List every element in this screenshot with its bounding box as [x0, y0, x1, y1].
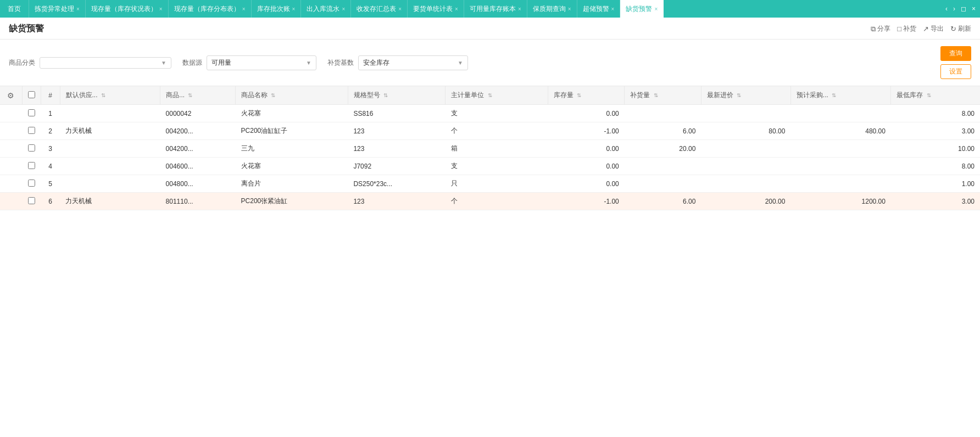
- cell-min-stock-2: 10.00: [891, 140, 980, 158]
- tab-11-close[interactable]: ×: [654, 6, 658, 12]
- cell-settings-5: [0, 193, 22, 210]
- col-latest-price-label: 最新进价: [707, 91, 733, 99]
- cell-checkbox-2[interactable]: [22, 140, 41, 158]
- col-replenish-qty-header[interactable]: 补货量 ⇅: [625, 86, 701, 105]
- cell-supplier-1: 力天机械: [60, 122, 160, 140]
- tab-10[interactable]: 超储预警 ×: [577, 0, 621, 18]
- tab-2[interactable]: 现存量（库存状况表） ×: [86, 0, 169, 18]
- export-icon: ↗: [923, 25, 929, 33]
- row-checkbox-3[interactable]: [28, 162, 35, 169]
- cell-num-4: 5: [41, 175, 60, 193]
- cell-checkbox-3[interactable]: [22, 158, 41, 175]
- col-estimated-purchase-header[interactable]: 预计采购... ⇅: [790, 86, 891, 105]
- tab-restore-button[interactable]: ◻: [959, 4, 968, 14]
- cell-latest-price-0: [701, 105, 790, 122]
- cell-spec-3: J7092: [348, 158, 445, 175]
- gear-icon[interactable]: ⚙: [7, 91, 14, 100]
- cell-checkbox-0[interactable]: [22, 105, 41, 122]
- replenish-button[interactable]: □ 补货: [897, 24, 916, 33]
- tab-9-close[interactable]: ×: [568, 6, 571, 12]
- tab-5-close[interactable]: ×: [342, 6, 345, 12]
- cell-num-0: 1: [41, 105, 60, 122]
- filter-area: 商品分类 ▼ 数据源 可用量 ▼ 补货基数 安全库存 ▼ 查询 设置: [0, 40, 980, 86]
- cell-checkbox-1[interactable]: [22, 122, 41, 140]
- select-all-checkbox[interactable]: [28, 91, 35, 98]
- col-stock-header[interactable]: 库存量 ⇅: [548, 86, 625, 105]
- export-button[interactable]: ↗ 导出: [923, 24, 944, 33]
- data-source-label: 数据源: [182, 58, 202, 68]
- query-button[interactable]: 查询: [940, 46, 971, 61]
- row-checkbox-5[interactable]: [28, 197, 35, 204]
- col-spec-header[interactable]: 规格型号 ⇅: [348, 86, 445, 105]
- cell-stock-0: 0.00: [548, 105, 625, 122]
- tab-10-label: 超储预警: [583, 4, 609, 14]
- tab-1-close[interactable]: ×: [76, 6, 80, 12]
- col-min-stock-header[interactable]: 最低库存 ⇅: [891, 86, 980, 105]
- tab-home[interactable]: 首页: [0, 0, 29, 18]
- cell-stock-1: -1.00: [548, 122, 625, 140]
- col-goods-code-header[interactable]: 商品... ⇅: [160, 86, 236, 105]
- cell-unit-2: 箱: [446, 140, 548, 158]
- goods-class-arrow-icon: ▼: [161, 60, 166, 66]
- cell-goods-code-4: 004800...: [160, 175, 236, 193]
- tab-7[interactable]: 要货单统计表 ×: [408, 0, 464, 18]
- tab-prev-button[interactable]: ‹: [943, 4, 950, 14]
- col-min-stock-sort-icon: ⇅: [927, 92, 931, 98]
- row-checkbox-1[interactable]: [28, 127, 35, 134]
- cell-estimated-purchase-1: 480.00: [790, 122, 891, 140]
- tab-1[interactable]: 拣货异常处理 ×: [29, 0, 86, 18]
- row-checkbox-2[interactable]: [28, 144, 35, 152]
- col-latest-price-header[interactable]: 最新进价 ⇅: [701, 86, 790, 105]
- col-settings[interactable]: ⚙: [0, 86, 22, 105]
- cell-supplier-5: 力天机械: [60, 193, 160, 210]
- col-goods-name-header[interactable]: 商品名称 ⇅: [236, 86, 348, 105]
- tab-4[interactable]: 库存批次账 ×: [252, 0, 302, 18]
- tab-2-close[interactable]: ×: [159, 6, 163, 12]
- tab-11[interactable]: 缺货预警 ×: [620, 0, 664, 18]
- col-supplier-header[interactable]: 默认供应... ⇅: [60, 86, 160, 105]
- settings-button[interactable]: 设置: [940, 64, 971, 79]
- tab-6-label: 收发存汇总表: [357, 4, 396, 14]
- cell-goods-name-2: 三九: [236, 140, 348, 158]
- share-button[interactable]: ⧉ 分享: [871, 24, 890, 33]
- tab-7-close[interactable]: ×: [455, 6, 458, 12]
- row-checkbox-4[interactable]: [28, 180, 35, 187]
- tab-9[interactable]: 保质期查询 ×: [527, 0, 577, 18]
- cell-supplier-4: [60, 175, 160, 193]
- page-header: 缺货预警 ⧉ 分享 □ 补货 ↗ 导出 ↻ 刷新: [0, 18, 980, 40]
- col-unit-label: 主计量单位: [451, 91, 484, 99]
- tab-5-label: 出入库流水: [307, 4, 339, 14]
- replenish-basis-select[interactable]: 安全库存 ▼: [358, 55, 468, 70]
- data-source-select[interactable]: 可用量 ▼: [207, 55, 316, 70]
- tab-8-close[interactable]: ×: [518, 6, 521, 12]
- cell-goods-name-5: PC200张紧油缸: [236, 193, 348, 210]
- tab-4-close[interactable]: ×: [292, 6, 296, 12]
- cell-checkbox-5[interactable]: [22, 193, 41, 210]
- col-num-header: #: [41, 86, 60, 105]
- row-checkbox-0[interactable]: [28, 109, 35, 116]
- tab-8[interactable]: 可用量库存账本 ×: [464, 0, 527, 18]
- cell-estimated-purchase-5: 1200.00: [790, 193, 891, 210]
- tab-3-close[interactable]: ×: [242, 6, 246, 12]
- tab-3-label: 现存量（库存分布表）: [174, 4, 240, 14]
- cell-goods-code-1: 004200...: [160, 122, 236, 140]
- tab-6[interactable]: 收发存汇总表 ×: [351, 0, 408, 18]
- col-unit-header[interactable]: 主计量单位 ⇅: [446, 86, 548, 105]
- tab-close-button[interactable]: ×: [970, 4, 978, 14]
- cell-checkbox-4[interactable]: [22, 175, 41, 193]
- goods-class-select[interactable]: ▼: [40, 57, 171, 69]
- main-content: 缺货预警 ⧉ 分享 □ 补货 ↗ 导出 ↻ 刷新 商品分类: [0, 18, 980, 437]
- cell-stock-4: 0.00: [548, 175, 625, 193]
- tab-10-close[interactable]: ×: [611, 6, 615, 12]
- cell-settings-4: [0, 175, 22, 193]
- tab-3[interactable]: 现存量（库存分布表） ×: [169, 0, 252, 18]
- tab-bar: 首页 拣货异常处理 × 现存量（库存状况表） × 现存量（库存分布表） × 库存…: [0, 0, 980, 18]
- col-estimated-purchase-label: 预计采购...: [797, 91, 828, 99]
- refresh-button[interactable]: ↻ 刷新: [950, 24, 971, 33]
- export-label: 导出: [931, 24, 944, 33]
- cell-spec-2: 123: [348, 140, 445, 158]
- tab-1-label: 拣货异常处理: [35, 4, 74, 14]
- tab-6-close[interactable]: ×: [398, 6, 402, 12]
- tab-5[interactable]: 出入库流水 ×: [301, 0, 351, 18]
- tab-next-button[interactable]: ›: [951, 4, 957, 14]
